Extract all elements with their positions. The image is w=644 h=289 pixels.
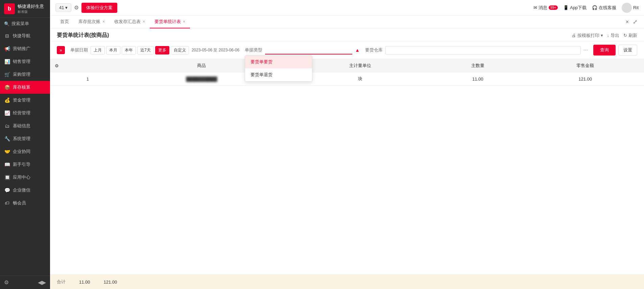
sidebar-item-sales[interactable]: 📊 销售管理	[0, 55, 50, 68]
sidebar-collapse-icon[interactable]: ◀▶	[38, 279, 46, 286]
online-service-item[interactable]: 🎧 在线客服	[592, 5, 616, 11]
refresh-button[interactable]: ↻ 刷新	[623, 32, 637, 39]
sidebar-item-info[interactable]: 🗂 基础信息	[0, 119, 50, 132]
tab-close-order-stats[interactable]: ×	[183, 19, 185, 24]
sidebar-item-inventory[interactable]: 📦 库存核算	[0, 81, 50, 94]
sidebar-item-guide[interactable]: 📖 新手引导	[0, 158, 50, 171]
row-settings-cell	[50, 72, 64, 86]
more-filter-icon[interactable]: ···	[583, 47, 588, 53]
guide-icon: 📖	[4, 161, 10, 168]
wechat-icon: 💬	[4, 187, 10, 193]
warehouse-filter-label: 要货仓库	[365, 47, 383, 53]
page-title: 要货单统计表(按商品)	[57, 32, 109, 39]
sidebar-item-purchase[interactable]: 🛒 采购管理	[0, 68, 50, 81]
store-selector[interactable]: 41 ▾	[55, 3, 71, 12]
print-icon: 🖨	[572, 33, 576, 38]
filter-bar: » 单据日期 上月 本月 本年 近7天 更多 自定义 2023-05-06 至 …	[50, 41, 644, 59]
tab-close-receivable[interactable]: ×	[143, 19, 145, 24]
tab-receivable[interactable]: 收发存汇总表 ×	[110, 16, 150, 28]
curr-month-button[interactable]: 本月	[106, 46, 120, 54]
messages-item[interactable]: ✉ 消息 99+	[533, 5, 558, 11]
sidebar-item-shortcut[interactable]: ⊟ 快捷导航	[0, 29, 50, 42]
sidebar-item-appstore[interactable]: 🔲 应用中心	[0, 171, 50, 184]
curr-year-button[interactable]: 本年	[122, 46, 136, 54]
more-dates-button[interactable]: 更多	[155, 46, 169, 54]
headset-icon: 🎧	[592, 5, 597, 10]
custom-date-button[interactable]: 自定义	[171, 46, 189, 54]
footer-label: 合计	[57, 279, 66, 285]
date-filter-label: 单据日期	[70, 47, 88, 53]
tab-stock-batch[interactable]: 库存批次账 ×	[74, 16, 110, 28]
print-chevron-icon: ▾	[601, 33, 603, 38]
dropdown-item-order-goods[interactable]: 要货单要货	[245, 55, 312, 68]
filter-settings-button[interactable]: 设置	[618, 45, 637, 55]
tab-order-stats[interactable]: 要货单统计表 ×	[150, 16, 190, 28]
trial-button[interactable]: 体验行业方案	[81, 3, 117, 13]
tab-home[interactable]: 首页	[55, 16, 74, 28]
type-input-wrap	[265, 46, 352, 54]
tabs-actions: × ⤢	[624, 17, 639, 26]
topbar-right: ✉ 消息 99+ 📱 App下载 🎧 在线客服 Rit	[533, 3, 639, 13]
sidebar-settings-icon[interactable]: ⚙	[4, 279, 9, 286]
sidebar-item-operations[interactable]: 📈 经营管理	[0, 107, 50, 119]
close-all-tabs-button[interactable]: ×	[624, 17, 630, 26]
col-qty: 主数量	[429, 59, 526, 72]
filter-expand-button[interactable]: »	[57, 46, 65, 54]
column-settings-gear[interactable]: ⚙	[55, 63, 59, 68]
date-buttons: 上月 本月 本年 近7天 更多 自定义	[91, 46, 189, 54]
dropdown-item-order-return[interactable]: 要货单退货	[245, 68, 312, 81]
date-range-display: 2023-05-06 至 2023-06-06	[192, 47, 239, 53]
topbar-settings-icon[interactable]: ⚙	[74, 4, 79, 11]
warehouse-filter-input[interactable]	[385, 46, 581, 54]
sidebar-item-enterprise[interactable]: 🤝 企业协同	[0, 145, 50, 158]
sidebar-bottom: ⚙ ◀▶	[0, 275, 50, 289]
type-filter-input[interactable]	[265, 46, 352, 54]
logo-text: 畅捷通好生意 标准版	[18, 4, 44, 14]
tab-close-stock-batch[interactable]: ×	[102, 19, 105, 24]
appstore-icon: 🔲	[4, 174, 10, 180]
finance-icon: 💰	[4, 97, 10, 103]
page-actions: 🖨 按模板打印 ▾ ↓ 导出 ↻ 刷新	[572, 32, 638, 39]
row-qty-cell: 11.00	[429, 72, 526, 86]
prev-month-button[interactable]: 上月	[91, 46, 105, 54]
inventory-icon: 📦	[4, 84, 10, 90]
sidebar-search[interactable]: 🔍 搜索菜单	[0, 18, 50, 29]
filter-date-group: 单据日期 上月 本月 本年 近7天 更多 自定义 2023-05-06 至 20…	[70, 46, 239, 54]
col-settings[interactable]: ⚙	[50, 59, 64, 72]
app-download-item[interactable]: 📱 App下载	[563, 5, 587, 11]
message-badge: 99+	[549, 5, 558, 10]
week7-button[interactable]: 近7天	[137, 46, 154, 54]
main-area: 41 ▾ ⚙ 体验行业方案 ✉ 消息 99+ 📱 App下载 🎧 在线客服 R	[50, 0, 644, 289]
logo-icon: b	[4, 3, 15, 14]
enterprise-icon: 🤝	[4, 149, 10, 155]
shortcut-icon: ⊟	[4, 33, 10, 39]
app-logo: b 畅捷通好生意 标准版	[0, 0, 50, 18]
type-chevron-up-icon[interactable]: ▲	[355, 47, 360, 53]
export-button[interactable]: ↓ 导出	[607, 32, 620, 39]
sidebar-item-marketing[interactable]: 📢 营销推广	[0, 42, 50, 55]
members-icon: 🏷	[4, 200, 10, 206]
expand-tab-button[interactable]: ⤢	[631, 17, 639, 26]
phone-icon: 📱	[563, 5, 569, 10]
footer-amount: 121.00	[104, 280, 117, 285]
footer-qty: 11.00	[79, 280, 90, 285]
sidebar-item-wechat[interactable]: 💬 企业微信	[0, 184, 50, 197]
row-no-cell: 1	[64, 72, 112, 86]
filter-warehouse-group: 要货仓库 ···	[365, 46, 588, 54]
print-button[interactable]: 🖨 按模板打印 ▾	[572, 32, 603, 39]
search-icon: 🔍	[4, 21, 9, 26]
filter-type-group: 单据类型 ▲ 要货单要货 要货单退货	[245, 46, 360, 54]
query-button[interactable]: 查询	[593, 45, 616, 55]
filter-actions: 查询 设置	[593, 45, 637, 55]
sidebar: b 畅捷通好生意 标准版 🔍 搜索菜单 ⊟ 快捷导航 📢 营销推广 📊 销售管理…	[0, 0, 50, 289]
sidebar-item-system[interactable]: 🔧 系统管理	[0, 132, 50, 145]
sidebar-item-finance[interactable]: 💰 资金管理	[0, 94, 50, 107]
col-amount: 零售金额	[526, 59, 644, 72]
sales-icon: 📊	[4, 59, 10, 65]
user-avatar-item[interactable]: Rit	[622, 3, 639, 13]
export-icon: ↓	[607, 33, 610, 38]
table-footer: 合计 11.00 121.00	[50, 274, 644, 289]
goods-name-blurred: ██████████	[186, 76, 217, 82]
sidebar-item-members[interactable]: 🏷 畅会员	[0, 197, 50, 209]
page-header: 要货单统计表(按商品) 🖨 按模板打印 ▾ ↓ 导出 ↻ 刷新	[50, 28, 644, 41]
